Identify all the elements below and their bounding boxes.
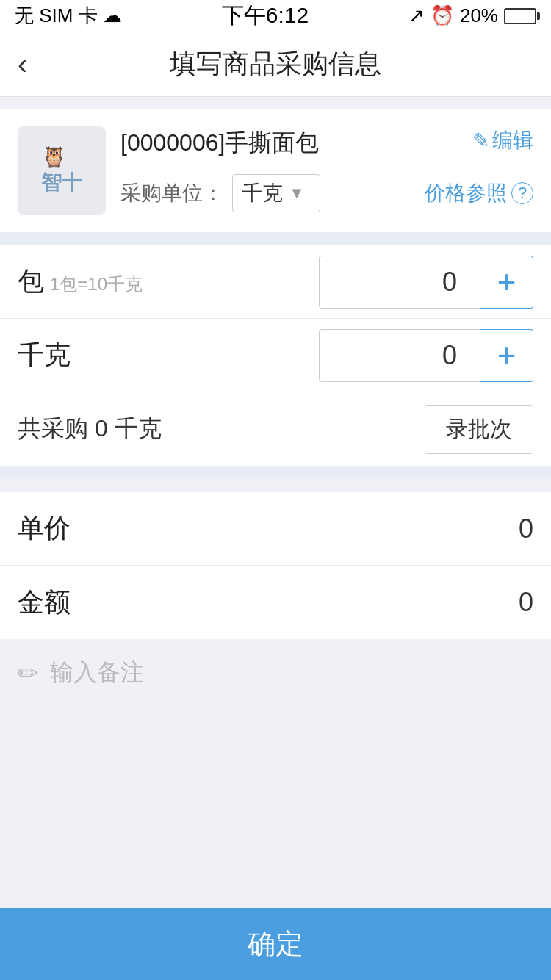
remark-section[interactable]: ✏ 输入备注 (0, 639, 551, 707)
amount-label: 金额 (18, 585, 71, 621)
alarm-icon: ⏰ (431, 4, 454, 27)
unit-value: 千克 (242, 179, 283, 207)
price-ref-button[interactable]: 价格参照 ? (425, 179, 533, 207)
summary-row: 共采购 0 千克 录批次 (0, 392, 551, 466)
summary-text: 共采购 0 千克 (18, 413, 162, 445)
location-icon: ↗ (408, 4, 425, 27)
section-divider-2 (0, 466, 551, 479)
product-logo: 🦉智十 (41, 145, 82, 197)
bag-input[interactable] (319, 256, 480, 309)
bag-plus-button[interactable]: + (480, 256, 533, 309)
summary-unit: 千克 (115, 415, 162, 442)
unit-select[interactable]: 千克 ▼ (232, 174, 320, 212)
kg-plus-button[interactable]: + (480, 329, 533, 382)
unit-price-row: 单价 0 (0, 492, 551, 566)
edit-button[interactable]: ✎ 编辑 (472, 126, 533, 154)
status-left: 无 SIM 卡 ☁ (15, 3, 122, 29)
pencil-icon: ✏ (18, 658, 38, 688)
status-right: ↗ ⏰ 20% (408, 4, 536, 27)
unit-price-value: 0 (519, 514, 533, 544)
unit-price-label: 单价 (18, 511, 71, 547)
product-info: [0000006]手撕面包 ✎ 编辑 采购单位： 千克 ▼ 价格参照 ? (120, 126, 533, 212)
product-name: [0000006]手撕面包 (120, 126, 319, 159)
product-card: 🦉智十 [0000006]手撕面包 ✎ 编辑 采购单位： 千克 ▼ 价格参照 ? (0, 109, 551, 232)
confirm-button[interactable]: 确定 (0, 908, 551, 980)
nav-bar: ‹ 填写商品采购信息 (0, 32, 551, 97)
purchase-unit-label: 采购单位： (120, 179, 223, 207)
bag-controls: + (319, 256, 533, 309)
section-divider-1 (0, 232, 551, 245)
price-ref-label: 价格参照 (425, 179, 507, 207)
kg-controls: + (319, 329, 533, 382)
unit-arrow: ▼ (289, 184, 305, 203)
page-title: 填写商品采购信息 (170, 46, 381, 82)
product-name-row: [0000006]手撕面包 ✎ 编辑 (120, 126, 533, 159)
batch-button[interactable]: 录批次 (425, 405, 533, 454)
amount-row: 金额 0 (0, 566, 551, 639)
signal-text: 无 SIM 卡 ☁ (15, 3, 122, 29)
battery-percent: 20% (460, 4, 498, 27)
remark-placeholder: 输入备注 (50, 657, 144, 689)
kg-label: 千克 (18, 337, 319, 373)
bag-label: 包1包=10千克 (18, 264, 319, 300)
price-ref-icon: ? (511, 182, 533, 204)
edit-label: 编辑 (492, 126, 533, 154)
amount-value: 0 (519, 587, 533, 618)
bag-sub: 1包=10千克 (50, 274, 143, 294)
input-section: 包1包=10千克 + 千克 + (0, 245, 551, 392)
kg-row: 千克 + (0, 319, 551, 392)
kg-input[interactable] (319, 329, 480, 382)
price-section: 单价 0 金额 0 (0, 492, 551, 639)
product-thumbnail: 🦉智十 (18, 126, 106, 215)
summary-amount: 0 (95, 415, 108, 442)
back-button[interactable]: ‹ (18, 48, 27, 81)
battery-icon (504, 8, 536, 24)
edit-icon: ✎ (472, 129, 489, 153)
status-time: 下午6:12 (222, 1, 309, 31)
bag-row: 包1包=10千克 + (0, 245, 551, 319)
purchase-unit-row: 采购单位： 千克 ▼ 价格参照 ? (120, 174, 533, 212)
status-bar: 无 SIM 卡 ☁ 下午6:12 ↗ ⏰ 20% (0, 0, 551, 32)
